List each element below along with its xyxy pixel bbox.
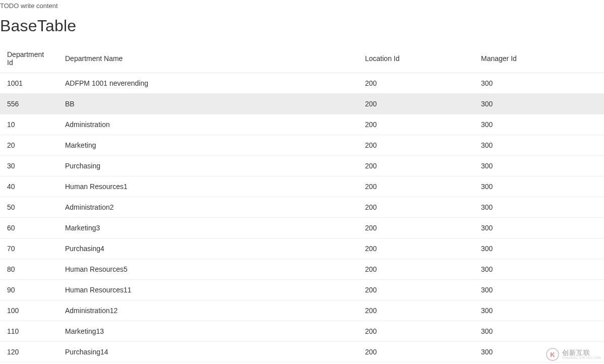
cell-location-id: 200 (358, 342, 474, 362)
cell-manager-id: 300 (474, 197, 604, 218)
table-row[interactable]: 1001ADFPM 1001 neverending200300 (0, 73, 604, 94)
cell-location-id: 200 (358, 259, 474, 280)
cell-dept-id: 90 (0, 280, 58, 300)
cell-location-id: 200 (358, 321, 474, 342)
cell-dept-name: BB (58, 94, 358, 114)
cell-dept-id: 40 (0, 176, 58, 197)
table-row[interactable]: 110Marketing13200300 (0, 321, 604, 342)
table-row[interactable]: 40Human Resources1200300 (0, 176, 604, 197)
cell-location-id: 200 (358, 94, 474, 114)
cell-dept-id: 60 (0, 218, 58, 238)
table-row[interactable]: 10Administration200300 (0, 114, 604, 135)
cell-location-id: 200 (358, 280, 474, 300)
table-row[interactable]: 120Purchasing14200300 (0, 342, 604, 362)
cell-dept-name: Human Resources5 (58, 259, 358, 280)
cell-dept-id: 50 (0, 197, 58, 218)
cell-dept-name: Marketing13 (58, 321, 358, 342)
cell-dept-name: Purchasing (58, 156, 358, 176)
cell-location-id: 200 (358, 114, 474, 135)
table-row[interactable]: 90Human Resources11200300 (0, 280, 604, 300)
col-header-location-id[interactable]: Location Id (358, 44, 474, 73)
cell-manager-id: 300 (474, 218, 604, 238)
table-row[interactable]: 30Purchasing200300 (0, 156, 604, 176)
cell-dept-name: Human Resources15 (58, 362, 358, 365)
table-row[interactable]: 70Purchasing4200300 (0, 238, 604, 259)
cell-location-id: 200 (358, 300, 474, 321)
cell-dept-id: 10 (0, 114, 58, 135)
cell-manager-id: 300 (474, 176, 604, 197)
cell-manager-id: 300 (474, 321, 604, 342)
table-row[interactable]: 80Human Resources5200300 (0, 259, 604, 280)
cell-dept-id: 110 (0, 321, 58, 342)
table-row[interactable]: 100Administration12200300 (0, 300, 604, 321)
col-header-manager-id[interactable]: Manager Id (474, 44, 604, 73)
cell-dept-name: Marketing (58, 135, 358, 156)
departments-table: Department Id Department Name Location I… (0, 44, 604, 364)
cell-manager-id: 300 (474, 238, 604, 259)
cell-manager-id: 300 (474, 342, 604, 362)
cell-dept-name: Human Resources1 (58, 176, 358, 197)
page-title: BaseTable (0, 17, 604, 35)
cell-dept-name: Purchasing4 (58, 238, 358, 259)
cell-dept-id: 30 (0, 156, 58, 176)
cell-dept-name: Administration2 (58, 197, 358, 218)
cell-location-id: 200 (358, 218, 474, 238)
cell-dept-name: Administration (58, 114, 358, 135)
cell-location-id: 200 (358, 176, 474, 197)
table-header-row: Department Id Department Name Location I… (0, 44, 604, 73)
cell-location-id: 200 (358, 73, 474, 94)
cell-dept-id: 80 (0, 259, 58, 280)
cell-manager-id: 300 (474, 362, 604, 365)
table-row[interactable]: 556BB200300 (0, 94, 604, 114)
cell-manager-id: 300 (474, 300, 604, 321)
table-row[interactable]: 50Administration2200300 (0, 197, 604, 218)
cell-dept-id: 100 (0, 300, 58, 321)
cell-dept-id: 556 (0, 94, 58, 114)
cell-location-id: 200 (358, 156, 474, 176)
cell-manager-id: 300 (474, 156, 604, 176)
todo-text: TODO write content (0, 0, 604, 10)
cell-manager-id: 300 (474, 259, 604, 280)
cell-dept-id: 120 (0, 342, 58, 362)
cell-dept-id: 70 (0, 238, 58, 259)
cell-location-id: 200 (358, 238, 474, 259)
cell-dept-id: 130 (0, 362, 58, 365)
cell-dept-name: Human Resources11 (58, 280, 358, 300)
cell-dept-name: Purchasing14 (58, 342, 358, 362)
cell-location-id: 200 (358, 135, 474, 156)
cell-manager-id: 300 (474, 280, 604, 300)
cell-dept-name: ADFPM 1001 neverending (58, 73, 358, 94)
cell-dept-id: 1001 (0, 73, 58, 94)
col-header-dept-name[interactable]: Department Name (58, 44, 358, 73)
cell-dept-id: 20 (0, 135, 58, 156)
cell-manager-id: 300 (474, 135, 604, 156)
cell-location-id: 200 (358, 197, 474, 218)
cell-dept-name: Administration12 (58, 300, 358, 321)
cell-manager-id: 300 (474, 73, 604, 94)
col-header-dept-id[interactable]: Department Id (0, 44, 58, 73)
cell-location-id: 200 (358, 362, 474, 365)
table-row[interactable]: 60Marketing3200300 (0, 218, 604, 238)
table-row[interactable]: 130Human Resources15200300 (0, 362, 604, 365)
cell-manager-id: 300 (474, 114, 604, 135)
cell-manager-id: 300 (474, 94, 604, 114)
table-row[interactable]: 20Marketing200300 (0, 135, 604, 156)
cell-dept-name: Marketing3 (58, 218, 358, 238)
